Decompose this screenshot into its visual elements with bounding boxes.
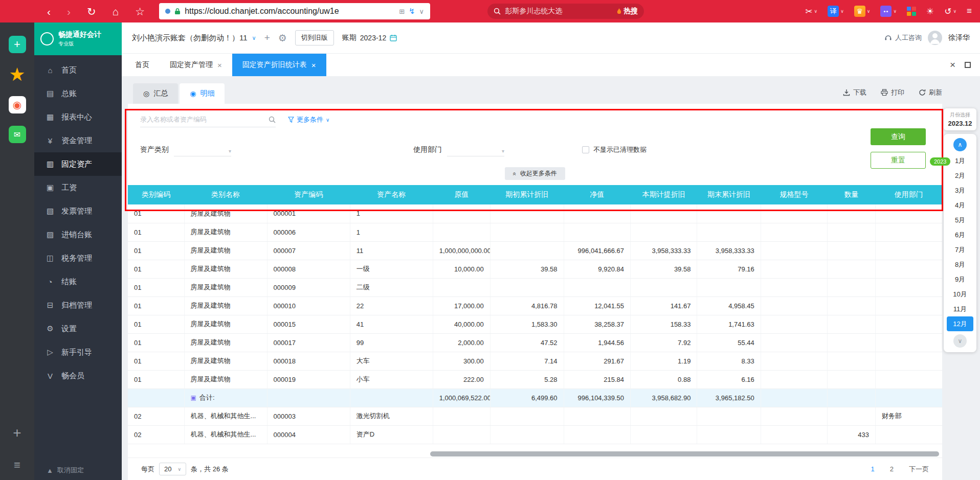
browser-menu-button[interactable]: ≡	[967, 6, 972, 16]
table-row[interactable]: 01房屋及建筑物000008一级10,000.0039.589,920.8439…	[128, 260, 942, 278]
sidebar-item-home[interactable]: ⌂首页	[34, 58, 122, 82]
unpin-sidebar-button[interactable]: ▲ 取消固定	[34, 461, 122, 480]
accounting-period[interactable]: 账期 2023-12	[342, 33, 397, 42]
fullscreen-icon[interactable]	[965, 62, 971, 68]
browser-settings-button[interactable]: ☀	[926, 6, 934, 17]
dock-add-icon[interactable]: +	[13, 425, 21, 441]
table-row[interactable]: 01房屋及建筑物000017992,000.0047.521,944.567.9…	[128, 333, 942, 352]
mail-app-icon[interactable]: ✉	[9, 126, 26, 143]
favorites-star-icon[interactable]: ★	[9, 65, 25, 84]
asset-category-select[interactable]: ▾	[174, 143, 231, 156]
refresh-page-icon[interactable]: ↻	[87, 6, 96, 17]
month-item[interactable]: 6月	[944, 227, 976, 242]
screenshot-scissors-button[interactable]: ✂∨	[805, 6, 817, 17]
weibo-app-icon[interactable]: ◉	[9, 96, 26, 113]
address-bar[interactable]: https://cloud.chanjet.com/accounting/uw1…	[159, 3, 430, 19]
table-row[interactable]: 01房屋及建筑物000019小车222.005.28215.840.886.16	[128, 370, 942, 388]
scroll-up-icon[interactable]: ∧	[953, 138, 967, 151]
table-row[interactable]: 01房屋及建筑物0000011	[128, 204, 942, 223]
close-all-tabs-icon[interactable]: ×	[950, 59, 955, 71]
table-total-row[interactable]: ▣合计:1,000,069,522.006,499.60996,104,339.…	[128, 388, 942, 407]
asset-search-input[interactable]: 录入名称或者资产编码	[140, 112, 276, 127]
per-page-select[interactable]: 20 ∨	[159, 463, 186, 475]
month-item[interactable]: 8月	[944, 257, 976, 272]
search-text[interactable]: 彭斯参川忐统大选	[505, 7, 612, 16]
table-row[interactable]: 02机器、机械和其他生...000003激光切割机财务部	[128, 407, 942, 425]
table-row[interactable]: 01房屋及建筑物0000102217,000.004,816.7812,041.…	[128, 296, 942, 315]
favorite-star-icon[interactable]: ☆	[135, 6, 145, 17]
month-item[interactable]: 3月	[944, 183, 976, 198]
forward-icon[interactable]: ›	[67, 6, 71, 17]
sidebar-item-report-center[interactable]: ▦报表中心	[34, 105, 122, 129]
switch-old-version-button[interactable]: 切到旧版	[295, 30, 334, 45]
sidebar-item-beginner-guide[interactable]: ▷新手引导	[34, 340, 122, 364]
sidebar-item-fixed-assets[interactable]: ▥固定资产	[34, 152, 122, 176]
close-tab-icon[interactable]: ×	[217, 61, 222, 70]
scrollbar-thumb[interactable]	[430, 451, 939, 456]
scroll-down-icon[interactable]: ∨	[953, 334, 967, 348]
table-row[interactable]: 01房屋及建筑物0000061	[128, 223, 942, 241]
account-selector[interactable]: 刘小艳演示账套（勿删勿动！）11 ∨	[132, 33, 256, 43]
sidebar-item-closing[interactable]: ◔结账	[34, 270, 122, 293]
download-button[interactable]: 下载	[843, 88, 866, 97]
close-tab-icon[interactable]: ×	[311, 61, 316, 70]
chanjet-app-icon[interactable]: +	[9, 36, 26, 53]
address-chevron-down-icon[interactable]: ∨	[419, 8, 425, 15]
table-row[interactable]: 01房屋及建筑物000007111,000,000,000.00996,041,…	[128, 241, 942, 260]
home-icon[interactable]: ⌂	[113, 6, 119, 17]
more-conditions-toggle[interactable]: 更多条件 ∨	[288, 115, 329, 124]
sidebar-item-member[interactable]: V畅会员	[34, 364, 122, 387]
refresh-button[interactable]: 刷新	[919, 88, 942, 97]
page-button-1[interactable]: 1	[871, 465, 875, 473]
month-item[interactable]: 7月	[944, 242, 976, 257]
sidebar-item-invoice-management[interactable]: ▧发票管理	[34, 199, 122, 223]
month-item[interactable]: 10月	[944, 287, 976, 302]
undo-button[interactable]: ↺∨	[944, 6, 956, 17]
reset-button[interactable]: 重置	[871, 152, 926, 169]
support-button[interactable]: 人工咨询	[884, 33, 922, 42]
games-button[interactable]: ••∨	[880, 6, 897, 17]
sidebar-item-purchase-sales-ledger[interactable]: ▨进销台账	[34, 223, 122, 246]
hot-search-badge[interactable]: 热搜	[616, 7, 638, 16]
print-button[interactable]: 打印	[881, 88, 904, 97]
month-item[interactable]: 2月	[944, 168, 976, 183]
translate-button[interactable]: 译∨	[828, 6, 844, 17]
tab-home[interactable]: 首页	[125, 54, 160, 76]
url-text[interactable]: https://cloud.chanjet.com/accounting/uw1…	[185, 7, 395, 16]
dock-list-icon[interactable]: ≡	[14, 459, 20, 472]
browser-search[interactable]: 彭斯参川忐统大选 热搜	[487, 4, 644, 19]
member-button[interactable]: ♛∨	[854, 6, 871, 17]
sidebar-item-tax-management[interactable]: ◫税务管理	[34, 246, 122, 270]
apps-center-button[interactable]	[907, 7, 916, 16]
table-row[interactable]: 02机器、机械和其他生...000004资产D433	[128, 425, 942, 444]
month-item[interactable]: 5月	[944, 213, 976, 227]
hide-cleared-checkbox[interactable]: 不显示已清理数据	[582, 145, 647, 154]
collapse-conditions-button[interactable]: « 收起更多条件	[505, 167, 565, 180]
sidebar-item-general-ledger[interactable]: ▤总账	[34, 82, 122, 105]
sidebar-item-archive-management[interactable]: ⊟归档管理	[34, 293, 122, 317]
qr-grid-icon[interactable]: ⊞	[399, 8, 405, 15]
sidebar-item-settings[interactable]: ⚙设置	[34, 317, 122, 340]
next-page-button[interactable]: 下一页	[909, 465, 929, 474]
back-icon[interactable]: ‹	[47, 6, 51, 17]
detail-view-tab[interactable]: ◉ 明细	[180, 83, 225, 104]
query-button[interactable]: 查询	[871, 128, 926, 145]
month-item[interactable]: 4月	[944, 198, 976, 213]
tab-fixed-asset-management[interactable]: 固定资产管理 ×	[160, 54, 232, 76]
lightning-icon[interactable]: ↯	[409, 7, 415, 16]
add-account-button[interactable]: +	[264, 32, 270, 43]
sidebar-item-salary[interactable]: ▣工资	[34, 176, 122, 199]
month-item[interactable]: 9月	[944, 272, 976, 287]
month-item[interactable]: 12月	[947, 316, 973, 331]
table-row[interactable]: 01房屋及建筑物0000154140,000.001,583.3038,258.…	[128, 315, 942, 333]
tab-fixed-asset-depreciation-report[interactable]: 固定资产折旧统计表 ×	[232, 54, 326, 76]
sidebar-item-fund-management[interactable]: ¥资金管理	[34, 129, 122, 152]
table-row[interactable]: 01房屋及建筑物000018大车300.007.14291.671.198.33	[128, 352, 942, 370]
table-row[interactable]: 01房屋及建筑物000009二级	[128, 278, 942, 296]
account-settings-gear-icon[interactable]: ⚙	[278, 32, 287, 44]
month-item[interactable]: 11月	[944, 302, 976, 316]
page-button-2[interactable]: 2	[890, 465, 894, 473]
department-select[interactable]: ▾	[447, 143, 504, 156]
user-avatar[interactable]	[928, 31, 942, 45]
summary-view-tab[interactable]: ◎ 汇总	[133, 83, 178, 104]
